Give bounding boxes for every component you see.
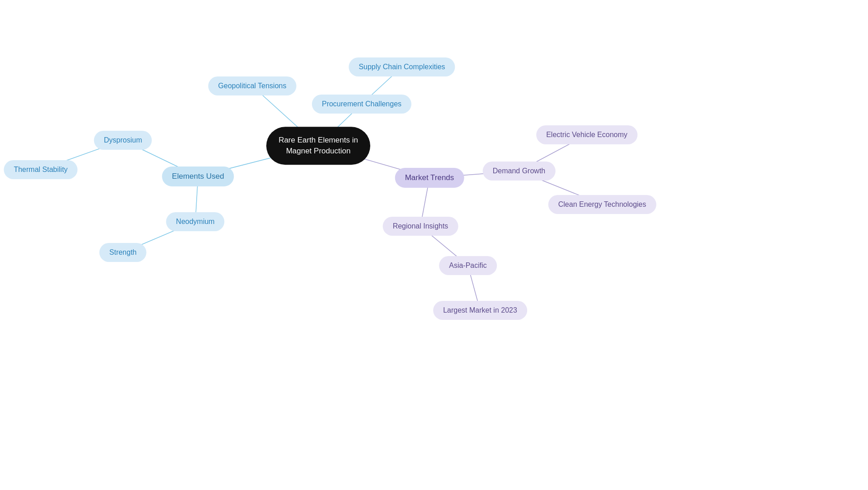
thermal-stability-node[interactable]: Thermal Stability bbox=[4, 160, 77, 179]
electric-vehicle-node[interactable]: Electric Vehicle Economy bbox=[536, 125, 637, 144]
demand-growth-node[interactable]: Demand Growth bbox=[483, 162, 556, 181]
asia-pacific-node[interactable]: Asia-Pacific bbox=[439, 256, 497, 275]
neodymium-node[interactable]: Neodymium bbox=[166, 212, 224, 231]
clean-energy-node[interactable]: Clean Energy Technologies bbox=[548, 195, 656, 214]
strength-node[interactable]: Strength bbox=[99, 243, 146, 262]
geopolitical-node[interactable]: Geopolitical Tensions bbox=[208, 76, 297, 95]
regional-insights-node[interactable]: Regional Insights bbox=[383, 217, 458, 236]
largest-market-node[interactable]: Largest Market in 2023 bbox=[433, 301, 527, 320]
supply-chain-node[interactable]: Supply Chain Complexities bbox=[349, 57, 455, 76]
elements-used-node[interactable]: Elements Used bbox=[162, 167, 234, 186]
center-node[interactable]: Rare Earth Elements in Magnet Production bbox=[266, 127, 370, 165]
market-trends-node[interactable]: Market Trends bbox=[395, 168, 464, 188]
dysprosium-node[interactable]: Dysprosium bbox=[94, 131, 152, 150]
procurement-node[interactable]: Procurement Challenges bbox=[312, 95, 411, 114]
